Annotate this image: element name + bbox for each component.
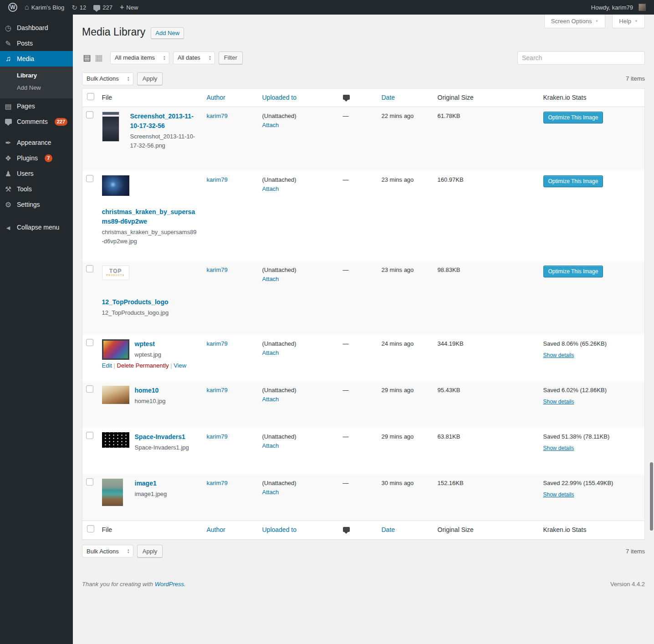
posts-icon — [4, 39, 13, 48]
attach-link[interactable]: Attach — [262, 396, 279, 403]
attach-link[interactable]: Attach — [262, 349, 279, 356]
wordpress-logo-menu[interactable]: W — [5, 0, 21, 15]
row-checkbox[interactable] — [86, 478, 93, 486]
sidebar-subitem-library[interactable]: Library — [0, 69, 73, 82]
media-thumbnail[interactable] — [102, 339, 129, 360]
sidebar-subitem-add-new[interactable]: Add New — [0, 82, 73, 94]
view-link[interactable]: View — [174, 362, 186, 369]
media-thumbnail[interactable] — [102, 386, 129, 404]
delete-permanently-link[interactable]: Delete Permanently — [117, 362, 169, 369]
media-thumbnail[interactable] — [102, 479, 123, 506]
bulk-actions-select-bottom[interactable]: Bulk Actions — [82, 545, 133, 557]
bulk-actions-select[interactable]: Bulk Actions — [82, 72, 133, 85]
edit-link[interactable]: Edit — [102, 362, 112, 369]
sidebar-item-media[interactable]: Media — [0, 51, 73, 66]
author-link[interactable]: karim79 — [207, 387, 228, 394]
screen-options-tab[interactable]: Screen Options — [544, 15, 606, 28]
site-name-menu[interactable]: Karim's Blog — [21, 0, 68, 15]
row-checkbox[interactable] — [86, 175, 93, 182]
sidebar-item-comments[interactable]: Comments 227 — [0, 114, 73, 129]
grid-view-icon[interactable] — [94, 52, 104, 63]
author-link[interactable]: karim79 — [207, 112, 228, 119]
column-header-date[interactable]: Date — [382, 94, 395, 101]
pages-icon — [4, 102, 13, 111]
attach-link[interactable]: Attach — [262, 489, 279, 496]
plugins-icon — [4, 154, 13, 163]
author-link[interactable]: karim79 — [207, 480, 228, 486]
media-type-filter-select[interactable]: All media items — [110, 51, 169, 64]
row-checkbox[interactable] — [86, 265, 93, 272]
column-footer-author[interactable]: Author — [207, 526, 225, 533]
comment-count: — — [343, 480, 349, 486]
author-link[interactable]: karim79 — [207, 433, 228, 440]
sidebar-item-tools[interactable]: Tools — [0, 181, 73, 197]
sidebar-item-appearance[interactable]: Appearance — [0, 135, 73, 150]
row-checkbox[interactable] — [86, 339, 93, 346]
sidebar-item-posts[interactable]: Posts — [0, 36, 73, 51]
show-details-link[interactable]: Show details — [543, 351, 574, 359]
list-view-icon[interactable] — [82, 52, 92, 63]
upload-date: 22 mins ago — [382, 112, 414, 119]
optimize-image-button[interactable]: Optimize This Image — [543, 112, 603, 123]
column-header-file[interactable]: File — [102, 94, 112, 101]
attach-link[interactable]: Attach — [262, 185, 279, 192]
media-row: christmas_kraken_by_supersams89-d6vp2we … — [82, 171, 645, 261]
upload-date: 29 mins ago — [382, 387, 414, 394]
column-header-author[interactable]: Author — [207, 94, 225, 101]
show-details-link[interactable]: Show details — [543, 444, 574, 452]
column-footer-uploaded-to[interactable]: Uploaded to — [262, 526, 297, 533]
sidebar-item-users[interactable]: Users — [0, 166, 73, 181]
apply-button-bottom[interactable]: Apply — [137, 545, 163, 557]
row-checkbox[interactable] — [86, 111, 93, 118]
collapse-menu-button[interactable]: Collapse menu — [0, 220, 73, 235]
author-link[interactable]: karim79 — [207, 176, 228, 183]
column-footer-file[interactable]: File — [102, 526, 112, 533]
select-arrows-icon — [163, 55, 166, 61]
my-account-menu[interactable]: Howdy, karim79 — [588, 0, 649, 15]
media-thumbnail[interactable] — [102, 432, 129, 448]
site-name: Karim's Blog — [31, 4, 65, 11]
media-title-link[interactable]: christmas_kraken_by_supersams89-d6vp2we — [102, 208, 195, 225]
comment-count: — — [343, 176, 349, 183]
sidebar-item-pages[interactable]: Pages — [0, 98, 73, 114]
sidebar-item-settings[interactable]: Settings — [0, 197, 73, 212]
add-new-button[interactable]: Add New — [151, 27, 184, 39]
optimize-image-button[interactable]: Optimize This Image — [543, 266, 603, 277]
media-thumbnail[interactable]: TOP PRODUCTS — [102, 266, 129, 280]
sidebar-item-label: Pages — [17, 102, 35, 110]
row-checkbox[interactable] — [86, 432, 93, 439]
wordpress-link[interactable]: WordPress — [155, 581, 184, 588]
attach-link[interactable]: Attach — [262, 276, 279, 282]
show-details-link[interactable]: Show details — [543, 398, 574, 406]
media-title-link[interactable]: Space-Invaders1 — [135, 433, 185, 440]
author-link[interactable]: karim79 — [207, 340, 228, 347]
media-thumbnail[interactable] — [102, 175, 129, 196]
comments-menu[interactable]: 227 — [90, 0, 116, 15]
new-content-menu[interactable]: New — [116, 0, 142, 15]
updates-menu[interactable]: 12 — [68, 0, 90, 15]
media-thumbnail[interactable] — [102, 112, 119, 142]
select-all-checkbox[interactable] — [87, 93, 94, 100]
sidebar-item-plugins[interactable]: Plugins 7 — [0, 150, 73, 166]
attach-link[interactable]: Attach — [262, 442, 279, 449]
column-footer-date[interactable]: Date — [382, 526, 395, 533]
author-link[interactable]: karim79 — [207, 266, 228, 273]
optimize-image-button[interactable]: Optimize This Image — [543, 175, 603, 187]
apply-button[interactable]: Apply — [137, 72, 163, 85]
search-input[interactable] — [517, 51, 645, 65]
media-title-link[interactable]: Screenshot_2013-11-10-17-32-56 — [130, 112, 194, 129]
date-filter-select[interactable]: All dates — [173, 51, 215, 64]
attach-link[interactable]: Attach — [262, 122, 279, 128]
media-title-link[interactable]: image1 — [135, 480, 157, 487]
filter-button[interactable]: Filter — [219, 51, 243, 64]
column-header-uploaded-to[interactable]: Uploaded to — [262, 94, 297, 101]
sidebar-item-dashboard[interactable]: Dashboard — [0, 20, 73, 36]
select-all-checkbox[interactable] — [87, 525, 94, 532]
show-details-link[interactable]: Show details — [543, 491, 574, 499]
media-title-link[interactable]: home10 — [135, 387, 159, 394]
help-tab[interactable]: Help — [612, 15, 645, 28]
media-title-link[interactable]: 12_TopProducts_logo — [102, 298, 169, 306]
media-title-link[interactable]: wptest — [135, 340, 155, 348]
scrollbar-thumb[interactable] — [650, 462, 653, 531]
row-checkbox[interactable] — [86, 385, 93, 393]
